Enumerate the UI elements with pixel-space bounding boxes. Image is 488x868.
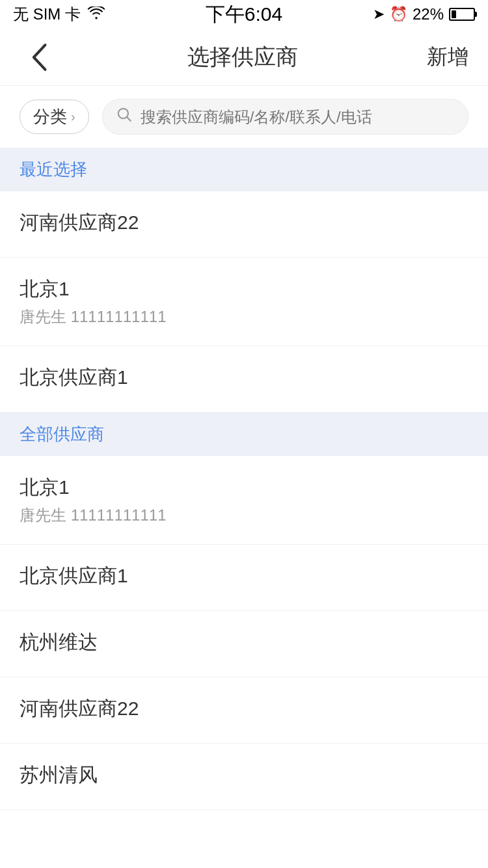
item-name: 河南供应商22 — [20, 210, 468, 236]
item-name: 北京1 — [20, 276, 468, 303]
list-item[interactable]: 北京供应商1 — [0, 346, 488, 413]
recent-section-label: 最近选择 — [20, 159, 87, 179]
alarm-icon: ⏰ — [390, 6, 407, 23]
item-sub: 唐先生 11111111111 — [20, 505, 468, 526]
list-item[interactable]: 北京供应商1 — [0, 545, 488, 611]
nav-bar: 选择供应商 新增 — [0, 29, 488, 86]
all-section-label: 全部供应商 — [20, 424, 104, 444]
page-title: 选择供应商 — [187, 42, 298, 72]
item-name: 北京1 — [20, 474, 468, 501]
filter-bar: 分类 › — [0, 86, 488, 148]
list-item[interactable]: 苏州清风 — [0, 744, 488, 810]
list-item[interactable]: 北京1唐先生 11111111111 — [0, 258, 488, 346]
chevron-right-icon: › — [71, 109, 75, 124]
battery-percent: 22% — [413, 5, 444, 23]
list-item[interactable]: 河南供应商22 — [0, 677, 488, 744]
back-button[interactable] — [20, 38, 59, 77]
status-bar: 无 SIM 卡 下午6:04 ➤ ⏰ 22% — [0, 0, 488, 29]
add-button[interactable]: 新增 — [427, 43, 468, 72]
status-left: 无 SIM 卡 — [13, 4, 105, 25]
all-items-list: 北京1唐先生 11111111111北京供应商1杭州维达河南供应商22苏州清风 — [0, 456, 488, 810]
list-item[interactable]: 河南供应商22 — [0, 191, 488, 258]
status-right: ➤ ⏰ 22% — [373, 5, 475, 23]
status-time: 下午6:04 — [206, 1, 282, 28]
location-icon: ➤ — [373, 6, 385, 23]
list-item[interactable]: 北京1唐先生 11111111111 — [0, 456, 488, 545]
recent-items-list: 河南供应商22北京1唐先生 11111111111北京供应商1 — [0, 191, 488, 413]
search-icon — [116, 106, 133, 128]
item-name: 苏州清风 — [20, 762, 468, 789]
all-section-header: 全部供应商 — [0, 413, 488, 456]
item-name: 北京供应商1 — [20, 563, 468, 590]
item-name: 北京供应商1 — [20, 364, 468, 391]
category-label: 分类 — [33, 105, 67, 128]
wifi-icon — [87, 5, 105, 23]
item-name: 河南供应商22 — [20, 696, 468, 722]
no-sim-text: 无 SIM 卡 — [13, 4, 81, 25]
list-item[interactable]: 杭州维达 — [0, 611, 488, 677]
category-filter-button[interactable]: 分类 › — [20, 100, 89, 134]
search-input[interactable] — [141, 108, 455, 126]
battery-icon — [449, 8, 475, 21]
item-name: 杭州维达 — [20, 629, 468, 656]
search-box — [102, 99, 468, 135]
item-sub: 唐先生 11111111111 — [20, 306, 468, 327]
recent-section-header: 最近选择 — [0, 148, 488, 191]
